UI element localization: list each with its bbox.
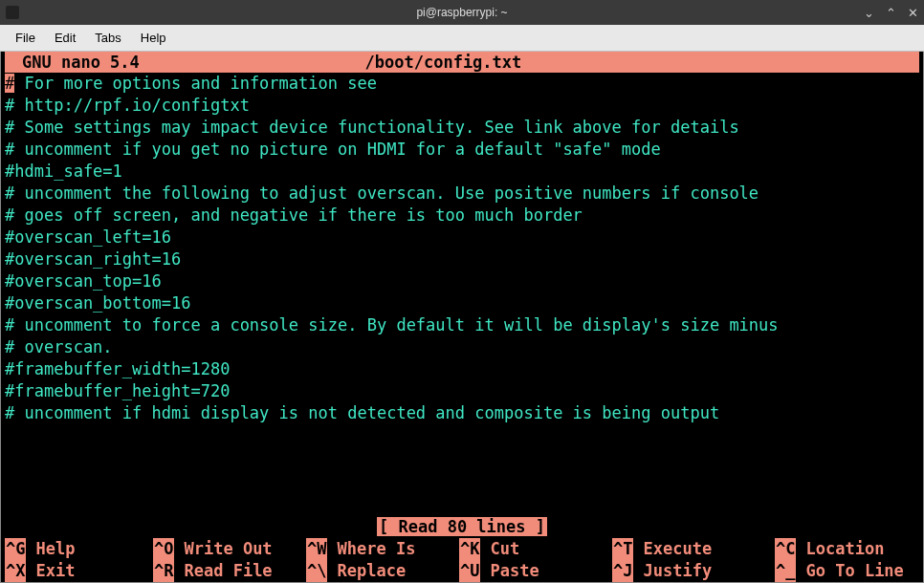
editor-line: # http://rpf.io/configtxt: [5, 95, 919, 117]
shortcut-location[interactable]: ^CLocation: [775, 538, 919, 560]
shortcut-execute[interactable]: ^TExecute: [612, 538, 775, 560]
app-icon: [6, 6, 19, 19]
nano-shortcuts: ^GHelp ^OWrite Out ^WWhere Is ^KCut ^TEx…: [5, 538, 919, 582]
nano-version: GNU nano 5.4: [5, 52, 140, 74]
editor-line: #overscan_right=16: [5, 248, 919, 270]
editor-line: # uncomment if you get no picture on HDM…: [5, 139, 919, 161]
shortcut-go-to-line[interactable]: ^_Go To Line: [775, 560, 919, 582]
window-title: pi@raspberrypi: ~: [416, 6, 507, 19]
editor-line: #framebuffer_width=1280: [5, 358, 919, 380]
menu-help[interactable]: Help: [131, 27, 176, 49]
editor-line: # uncomment the following to adjust over…: [5, 183, 919, 205]
shortcut-where-is[interactable]: ^WWhere Is: [306, 538, 459, 560]
shortcut-exit[interactable]: ^XExit: [5, 560, 153, 582]
editor-line: # uncomment to force a console size. By …: [5, 314, 919, 336]
editor-line: #hdmi_safe=1: [5, 161, 919, 183]
editor-line: #framebuffer_height=720: [5, 380, 919, 402]
minimize-button[interactable]: ⌄: [864, 7, 874, 19]
editor-line: # overscan.: [5, 336, 919, 358]
close-button[interactable]: ✕: [908, 7, 918, 19]
menubar: File Edit Tabs Help: [0, 25, 924, 52]
shortcut-row: ^GHelp ^OWrite Out ^WWhere Is ^KCut ^TEx…: [5, 538, 919, 560]
titlebar: pi@raspberrypi: ~ ⌄ ⌃ ✕: [0, 0, 924, 25]
app-window: pi@raspberrypi: ~ ⌄ ⌃ ✕ File Edit Tabs H…: [0, 0, 924, 583]
menu-file[interactable]: File: [6, 27, 45, 49]
menu-edit[interactable]: Edit: [45, 27, 85, 49]
shortcut-help[interactable]: ^GHelp: [5, 538, 153, 560]
nano-status-message: [ Read 80 lines ]: [377, 517, 547, 536]
shortcut-replace[interactable]: ^\Replace: [306, 560, 459, 582]
nano-filename: /boot/config.txt: [140, 52, 747, 74]
editor-line: #overscan_top=16: [5, 270, 919, 292]
editor-line: # uncomment if hdmi display is not detec…: [5, 402, 919, 424]
maximize-button[interactable]: ⌃: [886, 7, 896, 19]
window-controls: ⌄ ⌃ ✕: [864, 7, 918, 19]
editor-line: # Some settings may impact device functi…: [5, 117, 919, 139]
editor-line: #overscan_bottom=16: [5, 292, 919, 314]
terminal[interactable]: GNU nano 5.4 /boot/config.txt # For more…: [0, 52, 924, 583]
shortcut-write-out[interactable]: ^OWrite Out: [153, 538, 306, 560]
shortcut-read-file[interactable]: ^RRead File: [153, 560, 306, 582]
shortcut-justify[interactable]: ^JJustify: [612, 560, 775, 582]
nano-status-row: [ Read 80 lines ]: [5, 516, 919, 538]
shortcut-paste[interactable]: ^UPaste: [459, 560, 612, 582]
editor-line: #overscan_left=16: [5, 227, 919, 248]
menu-tabs[interactable]: Tabs: [85, 27, 130, 49]
shortcut-row: ^XExit ^RRead File ^\Replace ^UPaste ^JJ…: [5, 560, 919, 582]
editor-line: # For more options and information see: [5, 73, 919, 95]
editor-line: # goes off screen, and negative if there…: [5, 205, 919, 227]
shortcut-cut[interactable]: ^KCut: [459, 538, 612, 560]
nano-header: GNU nano 5.4 /boot/config.txt: [5, 52, 919, 73]
editor-body[interactable]: # For more options and information see# …: [5, 73, 919, 516]
cursor: #: [5, 74, 14, 93]
